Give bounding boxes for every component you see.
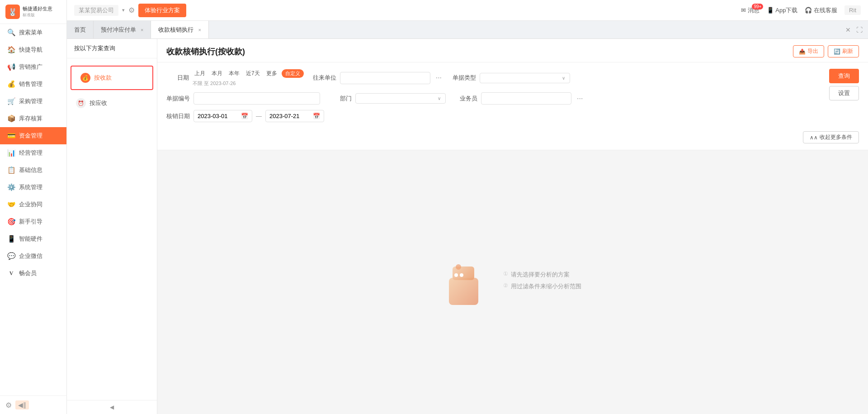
finance-icon: 💳 bbox=[7, 132, 15, 140]
sidebar-item-inventory[interactable]: 📦 库存核算 bbox=[0, 110, 66, 127]
company-selector[interactable]: 某某贸易公司 bbox=[74, 5, 118, 16]
inventory-icon: 📦 bbox=[7, 114, 15, 123]
sidebar-item-hardware[interactable]: 📱 智能硬件 bbox=[0, 230, 66, 247]
sidebar-item-finance[interactable]: 💳 资金管理 bbox=[0, 127, 66, 144]
writeoff-date-label: 核销日期 bbox=[166, 112, 190, 120]
writeoff-date-start-calendar-icon[interactable]: 📅 bbox=[241, 113, 248, 119]
sidebar-item-member[interactable]: V 畅会员 bbox=[0, 265, 66, 282]
tab-close-receipt-writeoff[interactable]: × bbox=[198, 27, 201, 33]
writeoff-date-start-input[interactable]: 2023-03-01 📅 bbox=[193, 110, 252, 122]
tabbar: 首页 预付冲应付单 × 收款核销执行 × ✕ ⛶ bbox=[67, 21, 868, 39]
tab-fullscreen-button[interactable]: ⛶ bbox=[854, 25, 864, 34]
hardware-icon: 📱 bbox=[7, 235, 15, 243]
hint-num-1: ① bbox=[503, 271, 508, 277]
sales-icon: 💰 bbox=[7, 80, 15, 88]
date-opt-this-month[interactable]: 本月 bbox=[210, 69, 224, 78]
date-opt-this-year[interactable]: 本年 bbox=[227, 69, 241, 78]
sidebar-item-enterprise[interactable]: 🤝 企业协同 bbox=[0, 196, 66, 213]
filter-item-by-receivable[interactable]: ⏰ 按应收 bbox=[67, 94, 157, 113]
marketing-icon: 📢 bbox=[7, 63, 15, 71]
solution-button[interactable]: 体验行业方案 bbox=[138, 4, 186, 17]
sidebar-item-sales[interactable]: 💰 销售管理 bbox=[0, 76, 66, 93]
sidebar-item-quick-nav[interactable]: 🏠 快捷导航 bbox=[0, 41, 66, 58]
main-content: 某某贸易公司 ▾ ⚙ 体验行业方案 ✉ 消息 99+ 📱 App下载 🎧 在线客… bbox=[67, 0, 868, 414]
writeoff-date-field: 核销日期 2023-03-01 📅 — 2023-07-21 bbox=[166, 110, 324, 122]
sidebar-item-search[interactable]: 🔍 搜索菜单 bbox=[0, 24, 66, 41]
export-button[interactable]: 📤 导出 bbox=[793, 45, 824, 57]
sidebar-item-basic[interactable]: 📋 基础信息 bbox=[0, 162, 66, 179]
filter-panel-title: 按以下方案查询 bbox=[67, 39, 157, 58]
staff-input[interactable] bbox=[481, 92, 571, 105]
writeoff-date-range: 2023-03-01 📅 — 2023-07-21 📅 bbox=[193, 110, 324, 122]
topbar-gear-icon[interactable]: ⚙ bbox=[128, 6, 135, 14]
filter-items: 💰 按收款 ⏰ 按应收 bbox=[67, 58, 157, 116]
date-opt-last-month[interactable]: 上月 bbox=[193, 69, 207, 78]
chevron-left-icon: ◀ bbox=[110, 404, 114, 410]
sidebar-item-management[interactable]: 📊 经营管理 bbox=[0, 144, 66, 162]
sidebar: 🐰 畅捷通好生意 标准版 🔍 搜索菜单 🏠 快捷导航 📢 营销推广 💰 销售管理… bbox=[0, 0, 67, 414]
message-badge: 99+ bbox=[752, 4, 763, 10]
tab-home[interactable]: 首页 bbox=[67, 21, 94, 38]
wechat-icon: 💬 bbox=[7, 252, 15, 260]
content-area: 收款核销执行(按收款) 📤 导出 🔄 刷新 bbox=[157, 39, 868, 414]
search-icon: 🔍 bbox=[7, 29, 15, 37]
empty-illustration bbox=[444, 260, 490, 305]
export-icon: 📤 bbox=[799, 48, 806, 55]
online-service-button[interactable]: 🎧 在线客服 bbox=[805, 6, 837, 14]
refresh-button[interactable]: 🔄 刷新 bbox=[828, 45, 859, 57]
staff-label: 业务员 bbox=[455, 95, 477, 103]
date-label: 日期 bbox=[166, 74, 189, 82]
topbar-left: 某某贸易公司 ▾ ⚙ 体验行业方案 bbox=[74, 4, 736, 17]
date-opt-custom[interactable]: 自定义 bbox=[282, 69, 304, 78]
app-icon: 📱 bbox=[767, 7, 775, 14]
logo-icon: 🐰 bbox=[5, 5, 20, 19]
tab-close-button[interactable]: ✕ bbox=[844, 25, 853, 34]
filter-collapse-button[interactable]: ◀ bbox=[67, 400, 157, 414]
sidebar-collapse-button[interactable]: ◀‖ bbox=[15, 400, 29, 409]
page-area: 按以下方案查询 💰 按收款 ⏰ 按应收 ◀ bbox=[67, 39, 868, 414]
company-dropdown-icon[interactable]: ▾ bbox=[122, 7, 125, 13]
partner-input[interactable] bbox=[340, 72, 430, 84]
system-icon: ⚙️ bbox=[7, 183, 15, 191]
setting-button[interactable]: 设置 bbox=[829, 86, 859, 100]
collapse-more-button[interactable]: ∧∧ 收起更多条件 bbox=[803, 131, 859, 143]
tab-receipt-writeoff[interactable]: 收款核销执行 × bbox=[151, 21, 208, 38]
sidebar-item-system[interactable]: ⚙️ 系统管理 bbox=[0, 179, 66, 196]
search-bottom: ∧∧ 收起更多条件 bbox=[166, 131, 859, 143]
topbar: 某某贸易公司 ▾ ⚙ 体验行业方案 ✉ 消息 99+ 📱 App下载 🎧 在线客… bbox=[67, 0, 868, 21]
writeoff-date-end-input[interactable]: 2023-07-21 📅 bbox=[265, 110, 324, 122]
sidebar-item-wechat[interactable]: 💬 企业微信 bbox=[0, 247, 66, 265]
partner-field: 往来单位 ··· bbox=[313, 72, 443, 84]
sidebar-item-marketing[interactable]: 📢 营销推广 bbox=[0, 58, 66, 76]
search-action-buttons: 查询 设置 bbox=[829, 69, 859, 100]
app-download-button[interactable]: 📱 App下载 bbox=[767, 6, 797, 14]
query-button[interactable]: 查询 bbox=[829, 69, 859, 83]
sidebar-nav: 🔍 搜索菜单 🏠 快捷导航 📢 营销推广 💰 销售管理 🛒 采购管理 📦 库存核… bbox=[0, 24, 66, 395]
partner-dots-button[interactable]: ··· bbox=[434, 74, 443, 82]
staff-field: 业务员 ··· bbox=[455, 92, 585, 105]
tab-close-prepay[interactable]: × bbox=[141, 27, 143, 33]
date-opt-7days[interactable]: 近7天 bbox=[244, 69, 262, 78]
filter-item-by-receipt[interactable]: 💰 按收款 bbox=[71, 68, 152, 87]
sidebar-item-purchase[interactable]: 🛒 采购管理 bbox=[0, 93, 66, 110]
doc-type-field: 单据类型 ∨ bbox=[453, 73, 570, 83]
settings-gear-icon[interactable]: ⚙ bbox=[5, 401, 12, 409]
refresh-icon: 🔄 bbox=[834, 48, 840, 55]
dept-select[interactable]: ∨ bbox=[355, 93, 446, 104]
staff-dots-button[interactable]: ··· bbox=[575, 95, 585, 103]
tab-prepay[interactable]: 预付冲应付单 × bbox=[94, 21, 151, 38]
service-icon: 🎧 bbox=[805, 7, 814, 14]
partner-label: 往来单位 bbox=[313, 74, 336, 82]
filter-selected-box: 💰 按收款 bbox=[71, 66, 153, 90]
basic-icon: 📋 bbox=[7, 166, 15, 174]
message-button[interactable]: ✉ 消息 99+ bbox=[741, 6, 760, 14]
date-opt-more[interactable]: 更多 bbox=[264, 69, 279, 78]
receivable-filter-icon: ⏰ bbox=[76, 98, 86, 108]
user-profile[interactable]: Rit bbox=[844, 5, 861, 15]
doc-type-select[interactable]: ∨ bbox=[480, 73, 570, 83]
sidebar-item-guide[interactable]: 🎯 新手引导 bbox=[0, 213, 66, 230]
doc-no-input[interactable] bbox=[193, 92, 320, 105]
doc-no-label: 单据编号 bbox=[166, 95, 190, 103]
topbar-right: ✉ 消息 99+ 📱 App下载 🎧 在线客服 Rit bbox=[741, 5, 861, 15]
writeoff-date-end-calendar-icon[interactable]: 📅 bbox=[313, 113, 320, 119]
